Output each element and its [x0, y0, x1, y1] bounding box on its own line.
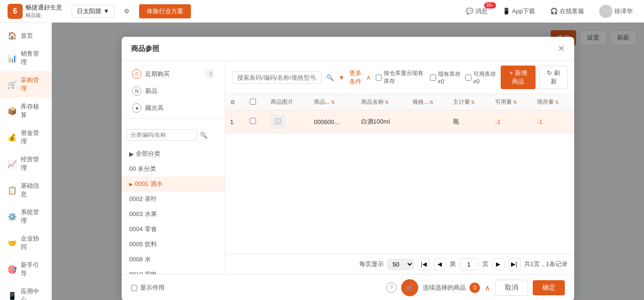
table-row[interactable]: 1 🖼 000600... 白酒100ml 瓶 [225, 110, 574, 133]
sidebar-item-app-center[interactable]: 📱 应用中心 [0, 283, 51, 300]
row-checkbox-cell[interactable] [245, 110, 266, 133]
per-page-select[interactable]: 50 100 200 [388, 259, 414, 270]
category-fruit[interactable]: 0003 水果 [122, 207, 225, 222]
category-search-icon[interactable]: 🔍 [200, 132, 207, 139]
main-content: 查询 设置 刷新 商品参照 ✕ ⏱ [52, 23, 644, 300]
row-checkbox[interactable] [250, 118, 256, 124]
available-stock-checkbox[interactable] [465, 75, 471, 81]
pagination-bar: 每页显示 50 100 200 |◀ ◀ 第 页 ▶ [225, 254, 574, 274]
star-icon: ★ [132, 103, 141, 113]
toolbar-right: + 新增商品 ↻ 刷新 [501, 66, 568, 89]
nav-dropdown[interactable]: 日太阳膜 ▼ [72, 5, 115, 18]
col-available-header[interactable]: 可用量⇅ [490, 94, 532, 110]
collapse-left-button[interactable]: 《 [205, 69, 215, 79]
product-thumbnail: 🖼 [271, 114, 286, 129]
show-disabled-label[interactable]: 显示停用 [131, 283, 165, 292]
settings-icon[interactable]: ⚙ [120, 5, 133, 18]
modal-left-nav: ⏱ 近期购买 《 N 新品 ★ 频次高 [122, 61, 225, 125]
row-code-cell: 000600... [309, 110, 356, 133]
modal-overlay: 商品参照 ✕ ⏱ 近期购买 《 N [52, 23, 644, 300]
app-download-button[interactable]: 📱 App下载 [499, 5, 539, 17]
sidebar-item-basic-info[interactable]: 📋 基础信息 [0, 177, 51, 203]
sidebar: 🏠 首页 📊 销售管理 🛒 采购管理 📦 库存核算 💰 资金管理 📈 经营管理 … [0, 23, 52, 300]
col-code-header[interactable]: 商品...⇅ [309, 94, 356, 110]
modal-left-panel: ⏱ 近期购买 《 N 新品 ★ 频次高 [122, 61, 225, 274]
brand-logo: 6 [8, 4, 23, 19]
sidebar-item-purchase[interactable]: 🛒 采购管理 [0, 71, 51, 98]
col-image-header: 商品图片 [266, 94, 309, 110]
sidebar-item-finance[interactable]: 💰 资金管理 [0, 124, 51, 150]
category-water[interactable]: 0008 水 [122, 252, 225, 267]
col-stock-header[interactable]: 现存量⇅ [532, 94, 574, 110]
sidebar-item-sales[interactable]: 📊 销售管理 [0, 45, 51, 71]
frequent-nav[interactable]: ★ 频次高 [126, 100, 220, 117]
first-page-button[interactable]: |◀ [418, 258, 430, 270]
category-liquor[interactable]: ▶ 0001 酒水 [122, 176, 225, 192]
navbar: 6 畅捷通好生意 精品版 日太阳膜 ▼ ⚙ 体验行业方案 💬 消息 99+ 📱 … [0, 0, 644, 23]
available-stock-checkbox-label[interactable]: 可用库存≠0 [465, 70, 496, 85]
current-stock-checkbox[interactable] [430, 75, 436, 81]
navbar-right: 💬 消息 99+ 📱 App下载 🎧 在线客服 徐泽华 [462, 3, 636, 20]
warehouse-checkbox-label[interactable]: 按仓库显示现有库存 [376, 69, 425, 85]
col-settings-header[interactable]: ⚙ [225, 94, 245, 110]
row-image-cell: 🖼 [266, 110, 309, 133]
modal-body: ⏱ 近期购买 《 N 新品 ★ 频次高 [122, 61, 574, 274]
message-button[interactable]: 💬 消息 99+ [462, 5, 491, 17]
product-search-icon[interactable]: 🔍 [326, 74, 334, 81]
prev-page-button[interactable]: ◀ [434, 258, 446, 270]
row-name-cell: 白酒100ml [356, 110, 408, 133]
sidebar-item-system[interactable]: ⚙️ 系统管理 [0, 203, 51, 230]
show-disabled-checkbox[interactable] [131, 285, 137, 291]
select-all-checkbox[interactable] [250, 99, 256, 105]
page-input[interactable] [460, 258, 479, 270]
cart-icon-button[interactable]: 🛒 [401, 279, 418, 296]
category-uncategorized[interactable]: 00 未分类 [122, 161, 225, 176]
last-page-button[interactable]: ▶| [508, 258, 520, 270]
trial-button[interactable]: 体验行业方案 [139, 4, 191, 18]
user-menu[interactable]: 徐泽华 [595, 3, 636, 20]
filter-icon: ▼ [339, 74, 345, 81]
brand-text: 畅捷通好生意 精品版 [25, 4, 62, 18]
avatar [599, 5, 612, 18]
sidebar-item-home[interactable]: 🏠 首页 [0, 26, 51, 45]
category-all[interactable]: ▶ 全部分类 [122, 146, 225, 161]
clock-icon: ⏱ [132, 69, 141, 79]
category-beverages[interactable]: 0005 饮料 [122, 237, 225, 252]
sidebar-item-inventory[interactable]: 📦 库存核算 [0, 98, 51, 124]
category-search-input[interactable] [126, 129, 197, 141]
footer-right: ? 🛒 连续选择的商品 0 ∧ 取消 确定 [386, 279, 565, 296]
continuous-select-label: 连续选择的商品 0 [423, 283, 480, 293]
sidebar-item-guide[interactable]: 🎯 新手引导 [0, 256, 51, 283]
add-product-button[interactable]: + 新增商品 [501, 66, 536, 89]
online-service-button[interactable]: 🎧 在线客服 [546, 5, 588, 17]
collapse-footer-button[interactable]: ∧ [485, 283, 490, 292]
modal-right-panel: 🔍 ▼ 更多条件 ∧ 按仓库显示现有库存 [225, 61, 574, 274]
row-available-cell: -1 [490, 110, 532, 133]
product-reference-modal: 商品参照 ✕ ⏱ 近期购买 《 N [122, 37, 574, 300]
col-spec-header[interactable]: 规格...⇅ [408, 94, 448, 110]
sidebar-item-enterprise[interactable]: 🤝 企业协同 [0, 230, 51, 256]
category-appliances[interactable]: 0010 家电 [122, 267, 225, 274]
col-checkbox-header[interactable] [245, 94, 266, 110]
recent-purchase-nav[interactable]: ⏱ 近期购买 《 [126, 66, 220, 83]
layout: 🏠 首页 📊 销售管理 🛒 采购管理 📦 库存核算 💰 资金管理 📈 经营管理 … [0, 23, 644, 300]
col-unit-header[interactable]: 主计量⇅ [448, 94, 490, 110]
sidebar-item-operations[interactable]: 📈 经营管理 [0, 150, 51, 177]
help-icon[interactable]: ? [386, 283, 396, 293]
current-stock-checkbox-label[interactable]: 现有库存≠0 [430, 70, 461, 85]
category-tea[interactable]: 0002 茶叶 [122, 192, 225, 207]
confirm-button[interactable]: 确定 [533, 280, 565, 295]
warehouse-checkbox[interactable] [376, 75, 382, 81]
product-search-input[interactable] [232, 71, 322, 84]
category-snacks[interactable]: 0004 零食 [122, 222, 225, 237]
filter-button[interactable]: ▼ 更多条件 ∧ [339, 69, 371, 86]
col-name-header[interactable]: 商品名称⇅ [356, 94, 408, 110]
next-page-button[interactable]: ▶ [492, 258, 504, 270]
row-stock-cell: -1 [532, 110, 574, 133]
refresh-table-button[interactable]: ↻ 刷新 [539, 66, 568, 89]
modal-close-button[interactable]: ✕ [558, 43, 565, 54]
new-products-nav[interactable]: N 新品 [126, 83, 220, 100]
cancel-button[interactable]: 取消 [495, 280, 528, 296]
product-table-container: ⚙ 商品图片 商品...⇅ 商品名称⇅ [225, 94, 574, 254]
row-spec-cell [408, 110, 448, 133]
